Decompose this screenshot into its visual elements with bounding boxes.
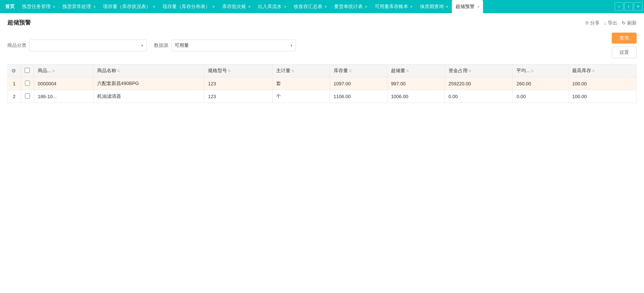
sort-icon: ⇅ [531,69,534,73]
td-maxstock: 100.00 [568,90,637,103]
sort-icon: ⇅ [52,69,55,73]
td-avg: 260.00 [513,77,568,90]
th-overstock[interactable]: 超储量⇅ [387,64,445,77]
td-capital: 0.00 [444,90,513,103]
page-content: 超储预警 ⎘ 分享 ↓ 导出 ↻ 刷新 商品分类 ▾ 数据源 [0,13,644,293]
chevron-down-icon: ▾ [141,43,143,48]
th-capital[interactable]: 资金占用⇅ [444,64,513,77]
sort-icon: ⇅ [406,69,409,73]
th-stock[interactable]: 库存量⇅ [330,64,387,77]
sort-icon: ⇅ [349,69,352,73]
sort-icon: ⇅ [592,69,595,73]
data-table: ⚙ 商品...⇅ 商品名称⇅ 规格型号⇅ 主计量⇅ 库存量⇅ [7,64,637,103]
close-icon[interactable]: × [284,5,286,9]
td-code: 186-10... [34,90,94,103]
th-settings[interactable]: ⚙ [8,64,21,77]
td-spec: 123 [204,90,272,103]
table-row: 2 186-10... 机油滤清器 123 个 1106.00 1006.00 … [8,90,637,103]
th-maxstock[interactable]: 最高库存⇅ [568,64,637,77]
page-title: 超储预警 [7,19,31,27]
td-code: 0000004 [34,77,94,90]
td-checkbox[interactable] [21,77,34,90]
top-navigation: 首页 拣货任务管理 × 拣货异常处理 × 现存量（库存状况表） × 现存量（库存… [0,0,644,13]
td-avg: 0.00 [513,90,568,103]
close-icon[interactable]: × [410,5,413,9]
select-all-checkbox[interactable] [25,68,30,73]
table-row: 1 0000004 六配套新昌490BPG 123 套 1097.00 997.… [8,77,637,90]
th-spec[interactable]: 规格型号⇅ [204,64,272,77]
filter-buttons: 查询 设置 [612,33,637,58]
td-spec: 123 [204,77,272,90]
chevron-down-icon: ▾ [290,43,293,48]
sort-icon: ⇅ [291,69,294,73]
datasource-label: 数据源 [154,42,168,49]
nav-tab-kucunpici[interactable]: 库存批次账 × [219,0,254,13]
nav-tab-baozhi[interactable]: 保质期查询 × [416,0,452,13]
close-icon[interactable]: × [365,5,367,9]
export-action[interactable]: ↓ 导出 [604,20,618,26]
close-icon[interactable]: × [212,5,215,9]
filter-area: 商品分类 ▾ 数据源 可用量 ▾ 查询 设置 [7,33,637,58]
th-avg[interactable]: 平均...⇅ [513,64,568,77]
nav-arrow-close[interactable]: × [634,2,643,11]
nav-tab-churuku[interactable]: 出入库流水 × [254,0,290,13]
row-checkbox[interactable] [25,81,30,86]
nav-arrow-right[interactable]: › [624,2,633,11]
sort-icon: ⇅ [228,69,231,73]
nav-tab-jianhuorenwu[interactable]: 拣货任务管理 × [18,0,59,13]
export-icon: ↓ [604,20,607,26]
td-capital: 259220.00 [444,77,513,90]
td-overstock: 997.00 [387,77,445,90]
td-rownum: 1 [8,77,21,90]
settings-button[interactable]: 设置 [612,47,637,58]
gear-icon[interactable]: ⚙ [11,68,16,74]
share-icon: ⎘ [586,20,589,26]
nav-tab-keyongliang[interactable]: 可用量库存账本 × [371,0,416,13]
nav-arrow-left[interactable]: ‹ [615,2,623,11]
category-label: 商品分类 [7,42,26,49]
refresh-action[interactable]: ↻ 刷新 [622,20,637,26]
td-unit: 个 [272,90,330,103]
td-checkbox[interactable] [21,90,34,103]
td-unit: 套 [272,77,330,90]
filter-datasource: 数据源 可用量 ▾ [154,40,296,51]
close-icon[interactable]: × [325,5,327,9]
th-code[interactable]: 商品...⇅ [34,64,94,77]
page-header: 超储预警 ⎘ 分享 ↓ 导出 ↻ 刷新 [7,19,637,27]
datasource-select-value: 可用量 [175,42,189,49]
nav-tab-jianhuoyichang[interactable]: 拣货异常处理 × [59,0,99,13]
close-icon[interactable]: × [446,5,448,9]
close-icon[interactable]: × [153,5,155,9]
td-name: 六配套新昌490BPG [93,77,204,90]
nav-tab-xiancunliang2[interactable]: 现存量（库存分布表） × [159,0,218,13]
td-rownum: 2 [8,90,21,103]
td-stock: 1106.00 [330,90,387,103]
share-action[interactable]: ⎘ 分享 [586,20,600,26]
close-icon[interactable]: × [477,5,479,9]
header-actions: ⎘ 分享 ↓ 导出 ↻ 刷新 [586,20,637,26]
td-maxstock: 100.00 [568,77,637,90]
nav-tab-xiancunliang1[interactable]: 现存量（库存状况表） × [99,0,159,13]
category-select[interactable]: ▾ [29,40,147,51]
td-overstock: 1006.00 [387,90,445,103]
nav-tab-yaohuo[interactable]: 要货单统计表 × [330,0,371,13]
sort-icon: ⇅ [468,69,471,73]
th-checkbox[interactable] [21,64,34,77]
td-name: 机油滤清器 [93,90,204,103]
refresh-icon: ↻ [622,20,626,26]
sort-icon: ⇅ [117,69,120,73]
table-header-row: ⚙ 商品...⇅ 商品名称⇅ 规格型号⇅ 主计量⇅ 库存量⇅ [8,64,637,77]
close-icon[interactable]: × [93,5,95,9]
query-button[interactable]: 查询 [612,33,637,44]
close-icon[interactable]: × [53,5,55,9]
nav-home[interactable]: 首页 [1,0,18,13]
row-checkbox[interactable] [25,93,30,99]
datasource-select[interactable]: 可用量 ▾ [171,40,296,51]
nav-arrows: ‹ › × [615,2,643,11]
nav-tab-shoufacun[interactable]: 收发存汇总表 × [290,0,330,13]
td-stock: 1097.00 [330,77,387,90]
nav-tab-chaochuyujing[interactable]: 超储预警 × [452,0,483,13]
th-name[interactable]: 商品名称⇅ [93,64,204,77]
close-icon[interactable]: × [248,5,250,9]
th-unit[interactable]: 主计量⇅ [272,64,330,77]
